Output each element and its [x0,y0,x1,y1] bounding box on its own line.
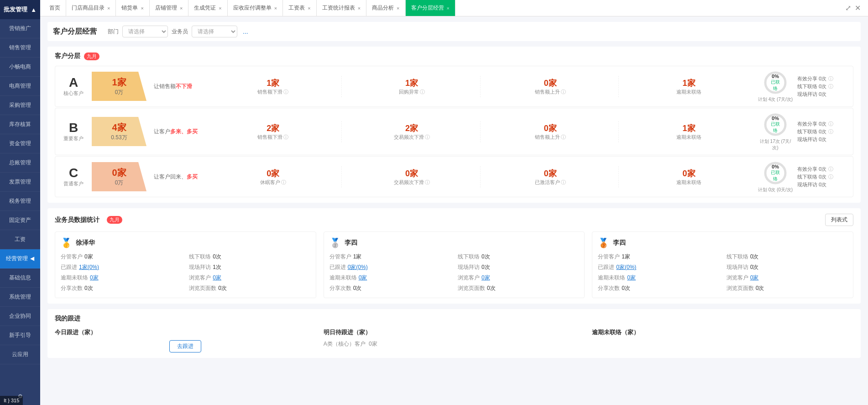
sidebar-item-yunyingyong[interactable]: 云应用 [0,345,40,364]
staff-select[interactable]: 请选择 [192,26,237,37]
sidebar-item-shuiwu[interactable]: 税务管理 [0,192,40,211]
tab-customer-tier[interactable]: 客户分层经营 × [406,0,455,16]
info-icon[interactable]: ⓘ [828,75,833,82]
sidebar-item-dianshang[interactable]: 电商管理 [0,77,40,96]
tab-home[interactable]: 首页 [44,0,66,16]
followup-grid: 今日跟进（家） 去跟进 明日待跟进（家） A类（核心）客户 0家 逾期未联络（家… [55,328,853,352]
sidebar-item-kucun[interactable]: 库存核算 [0,115,40,134]
tab-close-store-products[interactable]: × [107,5,110,11]
tier-c-pct: 0% [769,164,782,169]
go-followup-button[interactable]: 去跟进 [169,340,201,352]
info-icon[interactable]: ⓘ [561,134,566,141]
info-icon[interactable]: ⓘ [283,89,288,95]
sidebar-item-xinshou[interactable]: 新手引导 [0,326,40,345]
tab-close-adjust[interactable]: × [274,5,277,11]
info-icon[interactable]: ⓘ [425,134,430,141]
tab-payroll-report[interactable]: 工资统计报表 × [317,0,366,16]
info-icon[interactable]: ⓘ [828,128,833,135]
info-icon[interactable]: ⓘ [561,179,566,186]
tier-a-stat-3-count: 0家 [544,78,557,89]
info-icon[interactable]: ⓘ [283,134,288,141]
info-icon[interactable]: ⓘ [561,89,566,95]
tab-bar: 首页 门店商品目录 × 销货单 × 店铺管理 × 生成凭证 × 应收应付调整单 … [40,0,868,16]
sidebar-item-gudingzichan[interactable]: 固定资产 [0,211,40,230]
info-icon[interactable]: ⓘ [828,166,833,173]
tab-close-voucher[interactable]: × [219,5,221,11]
tier-c-stat-3-count: 0家 [544,168,557,179]
tab-bar-actions: ⤢ ✕ [842,4,864,12]
sidebar-header[interactable]: 批发管理 ▲ [0,0,40,19]
tier-c-suggestion: 让客户回来、多买 [150,173,205,181]
tab-close-shop-mgmt[interactable]: × [180,5,183,11]
tab-payroll[interactable]: 工资表 × [283,0,316,16]
filter-group: 部门 请选择 业务员 请选择 ... [108,26,250,37]
sidebar-item-jingying[interactable]: 经营管理 ◀ [0,249,40,268]
more-button[interactable]: ... [241,28,250,35]
tab-sales-order[interactable]: 销货单 × [116,0,149,16]
sidebar-item-zhangzhang[interactable]: 总账管理 [0,153,40,173]
info-icon[interactable]: ⓘ [828,174,833,180]
tier-b-right-stats: 有效分享 0次 ⓘ 线下联络 0次 ⓘ 现场拜访 0次 [794,121,853,143]
tier-c-shape[interactable]: 0家 0万 [92,162,146,191]
tier-b-name: 重要客户 [63,135,84,142]
info-icon[interactable]: ⓘ [828,121,833,127]
sidebar-item-caigou[interactable]: 采购管理 [0,96,40,115]
info-icon[interactable]: ⓘ [420,89,425,95]
sidebar-item-fapiao[interactable]: 发票管理 [0,173,40,192]
tier-c-stat-4-count: 0家 [683,168,695,179]
info-icon[interactable]: ⓘ [425,179,430,186]
staff-1-stat-yijin: 已跟进 1家(0%) [61,263,182,271]
info-icon[interactable]: ⓘ [281,179,286,186]
staff-2-stat-xianchangbaifang: 现场拜访 0次 [458,263,579,271]
tier-a-circle-sub: 计划 4次 (7天/次) [758,96,793,103]
list-view-button[interactable]: 列表式 [825,214,853,226]
tier-a-right-1: 有效分享 0次 ⓘ [797,75,853,82]
tab-store-products[interactable]: 门店商品目录 × [66,0,116,16]
tier-c-letter: C [69,167,78,179]
tier-b-stat-4-label: 逾期未联络 [676,134,701,141]
tier-c-right-stats: 有效分享 0次 ⓘ 线下联络 0次 ⓘ 现场拜访 0次 [794,166,853,188]
staff-2-stat-fengxiang: 分享次数 0次 [329,284,450,292]
tab-product-analysis[interactable]: 商品分析 × [366,0,405,16]
page-header: 客户分层经营 部门 请选择 业务员 请选择 ... [47,22,861,41]
staff-1-stat-fengxiang: 分享次数 0次 [61,284,182,292]
tier-b-shape[interactable]: 4家 0.53万 [92,117,146,146]
tier-c-stat-3-label: 已激活客户 ⓘ [535,179,566,186]
sidebar-item-xiaoshou[interactable]: 销售管理 [0,38,40,58]
staff-1-stat-liulanye: 浏览页面数 0次 [189,284,310,292]
info-icon[interactable]: ⓘ [828,83,833,90]
tier-row-a: A 核心客户 1家 0万 让销售额不下滑 1家 [55,66,853,107]
dept-select[interactable]: 请选择 [122,26,168,37]
sidebar-item-zijin[interactable]: 资金管理 [0,134,40,153]
tier-a-right-stats: 有效分享 0次 ⓘ 线下联络 0次 ⓘ 现场拜访 0次 [794,75,853,98]
tab-adjust[interactable]: 应收应付调整单 × [228,0,283,16]
tier-a-stat-4-label: 逾期未联络 [676,89,701,95]
tier-c-circle-wrap: 0% 已联络 [763,160,788,186]
tab-close-payroll[interactable]: × [308,5,310,11]
sidebar-item-xitong[interactable]: 系统管理 [0,288,40,307]
sidebar-item-yingxiao[interactable]: 营销推广 [0,19,40,38]
tier-c-linked: 已联络 [769,169,782,182]
staff-1-stat-xianchangbaifang: 现场拜访 1次 [189,263,310,271]
staff-1-name: 徐泽华 [76,239,95,247]
tab-shop-mgmt[interactable]: 店铺管理 × [150,0,188,16]
tier-c-circle-text: 0% 已联络 [769,164,782,182]
sidebar-item-jichu[interactable]: 基础信息 [0,268,40,288]
tab-close-customer-tier[interactable]: × [447,5,450,11]
tab-close-sales-order[interactable]: × [141,5,143,11]
staff-3-stat-fengxiang: 分享次数 0次 [598,284,719,292]
tier-c-count: 0家 [112,167,126,179]
tab-close-product-analysis[interactable]: × [397,5,399,11]
sidebar-item-xiaochang[interactable]: 小畅电商 [0,58,40,77]
tier-b-stat-1-count: 2家 [267,123,279,134]
sidebar-collapse-icon[interactable]: ▲ [31,6,37,13]
tab-voucher[interactable]: 生成凭证 × [188,0,227,16]
tab-close-payroll-report[interactable]: × [358,5,361,11]
tier-c-stat-1-count: 0家 [267,168,279,179]
tier-b-right-1: 有效分享 0次 ⓘ [797,121,853,127]
tier-a-shape[interactable]: 1家 0万 [92,72,146,101]
sidebar-item-gongzi[interactable]: 工资 [0,230,40,249]
tab-close-all-icon[interactable]: ✕ [855,4,861,12]
sidebar-item-qiyexietong[interactable]: 企业协同 [0,307,40,326]
tab-restore-icon[interactable]: ⤢ [845,4,851,12]
